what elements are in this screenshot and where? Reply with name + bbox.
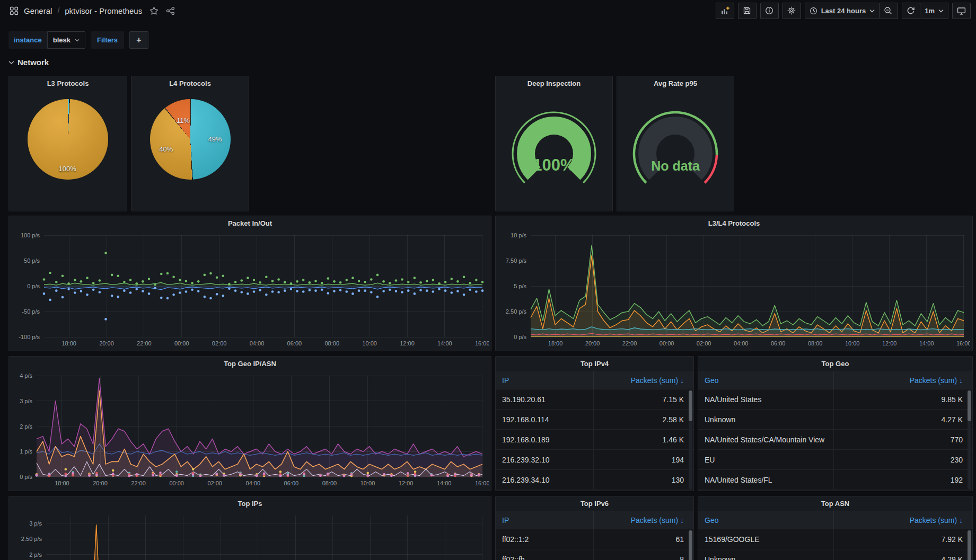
settings-gear-icon [787, 6, 796, 15]
table-row: 216.239.34.10130 [496, 470, 693, 490]
l4-protocols-pie-chart[interactable]: 49%40%11% [150, 99, 231, 180]
table-row: Unknown4.29 K [698, 549, 972, 560]
breadcrumb-separator: / [57, 6, 59, 15]
refresh-group: 1m [902, 3, 948, 19]
svg-text:3 p/s: 3 p/s [29, 520, 42, 527]
cell-value: 61 [594, 529, 693, 549]
l3-protocols-pie-chart[interactable]: 100% [28, 99, 108, 180]
column-header[interactable]: Geo [698, 371, 834, 389]
time-range-picker[interactable]: Last 24 hours [805, 3, 880, 19]
svg-text:4 p/s: 4 p/s [20, 372, 32, 379]
panel-top-ipv4: Top IPv4 IPPackets (sum) ↓35.190.20.617.… [495, 356, 694, 491]
column-header[interactable]: Packets (sum) ↓ [594, 511, 693, 529]
kiosk-mode-button[interactable] [952, 3, 971, 19]
svg-text:10:00: 10:00 [845, 340, 860, 346]
table-row: Unknown4.27 K [698, 410, 972, 430]
table-scrollbar[interactable] [689, 390, 692, 489]
table-row: ff02::1:261 [496, 529, 693, 549]
svg-text:-100 p/s: -100 p/s [19, 334, 40, 340]
svg-text:12:00: 12:00 [399, 480, 414, 486]
row-header-network[interactable]: Network [8, 58, 49, 67]
svg-text:2.50 p/s: 2.50 p/s [21, 536, 42, 542]
filters-button[interactable]: Filters [91, 31, 124, 49]
top-bar: General / pktvisor - Prometheus [0, 0, 976, 21]
svg-text:3 p/s: 3 p/s [20, 398, 32, 404]
svg-text:18:00: 18:00 [548, 340, 563, 346]
column-header[interactable]: IP [496, 511, 594, 529]
panel-title[interactable]: Top ASN [698, 496, 972, 511]
svg-text:14:00: 14:00 [437, 340, 452, 346]
dashboard-settings-button[interactable] [782, 3, 801, 19]
refresh-interval-dropdown[interactable]: 1m [920, 3, 948, 19]
refresh-button[interactable] [902, 3, 920, 19]
cell-value: 2.58 K [594, 410, 693, 429]
svg-text:2 p/s: 2 p/s [29, 552, 42, 558]
time-range-label: Last 24 hours [821, 7, 866, 15]
table-scrollbar[interactable] [968, 390, 971, 489]
top-ips-chart[interactable]: 3 p/s2.50 p/s2 p/s1.50 p/s1 p/s0.50 p/s0… [11, 510, 489, 560]
l3l4-protocols-chart[interactable]: 10 p/s7.50 p/s5 p/s2.50 p/s0 p/s18:0020:… [498, 230, 970, 350]
panel-title[interactable]: Top IPv6 [496, 496, 693, 511]
dashboard-insights-button[interactable] [760, 3, 779, 19]
table-scrollbar[interactable] [968, 530, 971, 560]
panel-title[interactable]: Top Geo IP/ASN [9, 357, 491, 371]
svg-text:16:00: 16:00 [475, 340, 489, 346]
panel-title[interactable]: L3 Protocols [9, 76, 127, 91]
save-dashboard-button[interactable] [738, 3, 757, 19]
panel-title[interactable]: L3/L4 Protocols [496, 216, 972, 230]
top-asn-table: GeoPackets (sum) ↓15169/GOOGLE7.92 KUnkn… [698, 511, 972, 560]
svg-text:100 p/s: 100 p/s [21, 232, 40, 238]
column-header[interactable]: Packets (sum) ↓ [594, 371, 693, 389]
panel-title[interactable]: Top IPs [9, 496, 491, 511]
apps-grid-icon[interactable] [10, 6, 19, 15]
zoom-out-button[interactable] [880, 3, 898, 19]
column-header[interactable]: IP [496, 371, 594, 389]
panel-avg-rate-p95: Avg Rate p95 No data [617, 76, 734, 211]
share-icon[interactable] [166, 6, 175, 15]
svg-text:20:00: 20:00 [93, 480, 108, 486]
refresh-icon [907, 6, 915, 15]
star-icon[interactable] [150, 6, 159, 15]
svg-text:22:00: 22:00 [131, 480, 146, 486]
cell-key: NA/United States [698, 389, 834, 409]
panel-title[interactable]: Top IPv4 [496, 357, 693, 371]
table-scrollbar[interactable] [689, 530, 692, 560]
add-filter-button[interactable]: + [129, 31, 148, 49]
svg-text:14:00: 14:00 [437, 480, 452, 486]
svg-text:10 p/s: 10 p/s [511, 232, 526, 238]
cell-key: 216.239.34.10 [496, 470, 594, 490]
svg-text:00:00: 00:00 [174, 340, 189, 346]
variable-label: instance [8, 31, 47, 49]
table-header-row: IPPackets (sum) ↓ [496, 511, 693, 529]
packet-in-out-chart[interactable]: 100 p/s50 p/s0 p/s-50 p/s-100 p/s18:0020… [11, 230, 489, 350]
add-panel-button[interactable] [716, 3, 734, 19]
panel-title[interactable]: L4 Protocols [131, 76, 249, 91]
panel-title[interactable]: Deep Inspection [496, 76, 612, 91]
svg-text:0 p/s: 0 p/s [27, 283, 40, 289]
cell-key: 192.168.0.189 [496, 430, 594, 449]
avg-rate-p95-gauge[interactable]: No data [619, 90, 732, 210]
top-geo-ip-asn-chart[interactable]: 4 p/s3 p/s2 p/s1 p/s0 p/s18:0020:0022:00… [11, 370, 489, 490]
column-header[interactable]: Packets (sum) ↓ [834, 511, 972, 529]
column-header[interactable]: Geo [698, 511, 834, 529]
svg-text:22:00: 22:00 [137, 340, 152, 346]
svg-text:50 p/s: 50 p/s [24, 257, 40, 264]
svg-text:18:00: 18:00 [55, 480, 69, 486]
breadcrumb-folder[interactable]: General [24, 6, 52, 15]
cell-key: NA/United States/FL [698, 470, 834, 490]
svg-text:100%: 100% [533, 156, 575, 174]
variable-value-dropdown[interactable]: blesk [47, 31, 85, 49]
cell-value: 130 [594, 470, 693, 490]
deep-inspection-gauge[interactable]: 100% [498, 90, 610, 210]
column-header[interactable]: Packets (sum) ↓ [834, 371, 972, 389]
chevron-down-icon [938, 9, 944, 13]
panel-title[interactable]: Packet In/Out [9, 216, 491, 230]
cell-key: NA/United States/CA/Mountain View [698, 430, 834, 449]
panel-title[interactable]: Avg Rate p95 [617, 76, 734, 91]
panel-title[interactable]: Top Geo [698, 357, 972, 371]
svg-text:08:00: 08:00 [322, 480, 337, 486]
pie-slice-label: 40% [159, 145, 173, 153]
cell-key: 192.168.0.114 [496, 410, 594, 429]
cell-key: 15169/GOOGLE [698, 529, 834, 549]
cell-value: 4.27 K [834, 410, 972, 429]
